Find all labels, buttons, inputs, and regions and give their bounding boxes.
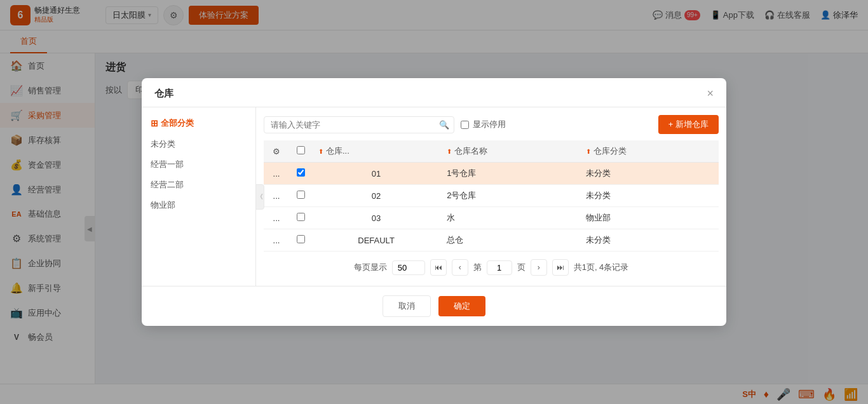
th-category: ⬆ 仓库分类	[580, 140, 719, 163]
settings-col-icon: ⚙	[273, 147, 280, 156]
page-size-label: 每页显示	[354, 262, 387, 273]
last-page-button[interactable]: ⏭	[552, 259, 569, 276]
category-collapse-button[interactable]: 《	[255, 184, 264, 210]
category-panel: ⊞ 全部分类 未分类 经营一部 经营二部 物业部 《	[142, 107, 256, 286]
row-actions-0[interactable]: ...	[264, 163, 289, 185]
page-total-info: 共1页, 4条记录	[574, 262, 629, 273]
row-code-2: 03	[312, 207, 440, 229]
row-name-0: 1号仓库	[440, 163, 580, 185]
category-item-dept1[interactable]: 经营一部	[142, 154, 255, 175]
row-actions-2[interactable]: ...	[264, 207, 289, 229]
row-category-1: 未分类	[580, 185, 719, 207]
warehouse-dialog: 仓库 × ⊞ 全部分类 未分类 经营一部 经营二部 物业部 《	[142, 78, 726, 326]
page-size-select[interactable]: 102050100	[392, 260, 425, 275]
table-row[interactable]: ... 01 1号仓库 未分类	[264, 163, 719, 185]
row-check-3[interactable]	[289, 229, 312, 252]
row-checkbox-3[interactable]	[297, 235, 305, 243]
row-code-1: 02	[312, 185, 440, 207]
th-category-label: 仓库分类	[593, 145, 627, 157]
row-name-3: 总仓	[440, 229, 580, 252]
th-name-label: 仓库名称	[454, 145, 487, 157]
th-checkbox	[289, 140, 312, 163]
category-item-property[interactable]: 物业部	[142, 195, 255, 215]
sort-icon-name: ⬆	[447, 148, 452, 155]
row-code-3: DEFAULT	[312, 229, 440, 252]
th-code-label: 仓库...	[326, 145, 349, 157]
table-row[interactable]: ... 03 水 物业部	[264, 207, 719, 229]
row-checkbox-2[interactable]	[297, 213, 305, 221]
category-item-unclassified[interactable]: 未分类	[142, 134, 255, 154]
table-row[interactable]: ... DEFAULT 总仓 未分类	[264, 229, 719, 252]
row-actions-3[interactable]: ...	[264, 229, 289, 252]
row-check-0[interactable]	[289, 163, 312, 185]
row-actions-1[interactable]: ...	[264, 185, 289, 207]
row-checkbox-1[interactable]	[297, 191, 305, 199]
row-category-0: 未分类	[580, 163, 719, 185]
dialog-footer: 取消 确定	[142, 286, 726, 326]
select-all-checkbox[interactable]	[297, 146, 305, 154]
category-item-dept2[interactable]: 经营二部	[142, 175, 255, 195]
show-disabled-checkbox[interactable]	[461, 121, 469, 129]
dialog-close-button[interactable]: ×	[707, 87, 714, 100]
current-page-input[interactable]	[487, 260, 512, 275]
search-icon[interactable]: 🔍	[439, 120, 449, 130]
search-input[interactable]	[264, 116, 454, 133]
warehouse-table: ⚙ ⬆ 仓库...	[264, 140, 719, 252]
dialog-overlay: 仓库 × ⊞ 全部分类 未分类 经营一部 经营二部 物业部 《	[0, 0, 868, 404]
pagination-row: 每页显示 102050100 ⏮ ‹ 第 页 › ⏭ 共1页, 4条记录	[264, 252, 719, 278]
category-all-label: 全部分类	[161, 118, 194, 129]
table-body: ... 01 1号仓库 未分类 ... 02 2号仓库 未分类 ... 03 水…	[264, 163, 719, 252]
page-label: 第	[473, 262, 482, 273]
add-warehouse-button[interactable]: + 新增仓库	[658, 115, 719, 134]
search-input-wrap: 🔍	[264, 116, 454, 133]
table-row[interactable]: ... 02 2号仓库 未分类	[264, 185, 719, 207]
row-check-1[interactable]	[289, 185, 312, 207]
table-panel: 🔍 显示停用 + 新增仓库 ⚙	[256, 107, 726, 286]
th-name: ⬆ 仓库名称	[440, 140, 580, 163]
page-suffix-label: 页	[517, 262, 526, 273]
search-bar: 🔍 显示停用 + 新增仓库	[264, 115, 719, 134]
show-disabled-wrap: 显示停用	[461, 119, 506, 130]
prev-page-button[interactable]: ‹	[452, 259, 468, 276]
row-name-1: 2号仓库	[440, 185, 580, 207]
row-check-2[interactable]	[289, 207, 312, 229]
next-page-button[interactable]: ›	[531, 259, 547, 276]
show-disabled-label: 显示停用	[473, 119, 506, 130]
dialog-title: 仓库	[154, 88, 173, 100]
grid-icon: ⊞	[151, 118, 158, 128]
row-code-0: 01	[312, 163, 440, 185]
sort-icon-code: ⬆	[318, 148, 323, 155]
row-category-3: 未分类	[580, 229, 719, 252]
table-container: ⚙ ⬆ 仓库...	[264, 140, 719, 252]
th-code: ⬆ 仓库...	[312, 140, 440, 163]
first-page-button[interactable]: ⏮	[430, 259, 447, 276]
category-header: ⊞ 全部分类	[142, 114, 255, 134]
confirm-button[interactable]: 确定	[438, 296, 485, 316]
row-category-2: 物业部	[580, 207, 719, 229]
row-name-2: 水	[440, 207, 580, 229]
cancel-button[interactable]: 取消	[383, 295, 431, 317]
dialog-body: ⊞ 全部分类 未分类 经营一部 经营二部 物业部 《 🔍	[142, 107, 726, 286]
row-checkbox-0[interactable]	[297, 168, 305, 177]
table-head: ⚙ ⬆ 仓库...	[264, 140, 719, 163]
th-settings: ⚙	[264, 140, 289, 163]
sort-icon-cat: ⬆	[586, 148, 591, 155]
dialog-header: 仓库 ×	[142, 78, 726, 107]
